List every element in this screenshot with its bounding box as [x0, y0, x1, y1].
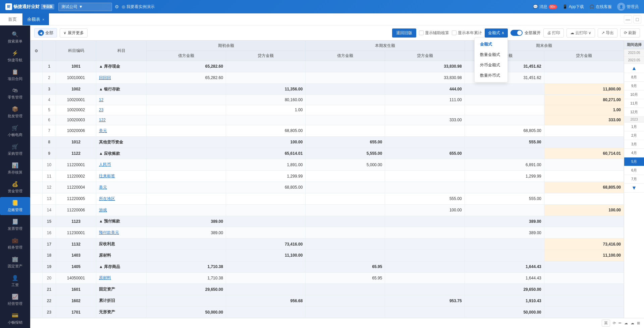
bottom-cloud2-icon[interactable]: ☁ — [631, 321, 634, 325]
mode-menu-item-amount[interactable]: 金额式 — [475, 39, 507, 50]
sidebar-item-project[interactable]: 📋 项目合同 — [0, 66, 30, 84]
expand-icon[interactable]: ▲ — [99, 87, 104, 91]
cell-name[interactable]: 美元 — [96, 182, 147, 193]
cell-name[interactable]: 预付款美元 — [96, 227, 147, 239]
sidebar-item-ecommerce[interactable]: 🛒 小畅电商 — [0, 122, 30, 140]
demo-link[interactable]: ◎ 我要看实例演示 — [122, 4, 155, 10]
sidebar-item-capital[interactable]: 💰 资金管理 — [0, 178, 30, 196]
account-name-link[interactable]: 12 — [99, 97, 103, 102]
account-name-link[interactable]: 122 — [99, 118, 106, 122]
account-name-link[interactable]: 美元 — [99, 185, 107, 190]
cell-name[interactable]: 所在地区 — [96, 193, 147, 204]
period-5[interactable]: 5月 — [624, 157, 644, 166]
period-8[interactable]: 8月 — [624, 73, 644, 82]
cell-name[interactable]: 回回回 — [96, 72, 147, 83]
account-name-link[interactable]: 回回回 — [99, 75, 111, 80]
period-9[interactable]: 9月 — [624, 82, 644, 90]
tab-home[interactable]: 首页 — [3, 13, 22, 25]
app-logo-icon: 财 — [5, 3, 12, 10]
sidebar-item-tax[interactable]: 💼 税务管理 — [0, 235, 30, 253]
table-row: 91122▲ 应收账款65,614.015,555.00655.0060,714… — [31, 148, 624, 159]
online-service-btn[interactable]: 🎧 在线客服 — [589, 4, 612, 10]
tab-maximize-btn[interactable]: □ — [633, 15, 641, 23]
all-filter-btn[interactable]: ◀ 全部 — [34, 28, 57, 38]
show-ytd-checkbox[interactable] — [452, 30, 457, 35]
account-name-link[interactable]: 所在地区 — [99, 196, 115, 201]
cloud-print-btn[interactable]: ☁ 云打印 ∨ — [567, 28, 595, 38]
export-btn[interactable]: ↗ 导出 — [598, 28, 618, 38]
cell-name[interactable]: 12 — [96, 95, 147, 105]
company-select[interactable]: 测试公司 ▼ — [58, 3, 112, 11]
account-name-link[interactable]: 预付款美元 — [99, 230, 119, 235]
gear-icon[interactable]: ⚙ — [115, 4, 119, 9]
app-download-btn[interactable]: 📱 App下载 — [562, 4, 584, 10]
sidebar-item-invoice[interactable]: 🧾 发票管理 — [0, 216, 30, 234]
closing-credit-header: 贷方金额 — [544, 51, 624, 61]
expand-icon[interactable]: ▲ — [99, 264, 104, 269]
cell-name[interactable]: 原材料 — [96, 272, 147, 284]
sidebar-item-quicknav[interactable]: ⚡ 快捷导航 — [0, 47, 30, 65]
tab-balance[interactable]: 余额表 × — [22, 13, 49, 25]
bottom-cloud-icon[interactable]: ☁ — [624, 321, 628, 325]
mode-dropdown-btn[interactable]: 金额式 ∧ — [485, 28, 508, 38]
cell-name[interactable]: 122 — [96, 115, 147, 125]
sidebar-item-operations[interactable]: 📈 经营管理 — [0, 291, 30, 309]
bottom-edit-icon[interactable]: ✏ — [619, 321, 622, 325]
period-7[interactable]: 7月 — [624, 175, 644, 184]
mode-menu-item-qty-amount[interactable]: 数量金额式 — [475, 50, 507, 60]
period-10[interactable]: 10月 — [624, 90, 644, 99]
lang-btn[interactable]: 英 — [602, 320, 610, 327]
period-down-btn[interactable]: ▼ — [624, 184, 644, 193]
expand-more-btn[interactable]: ∨ 展开更多 — [60, 28, 88, 38]
bottom-grid-icon[interactable]: ⊞ — [637, 321, 640, 325]
sidebar-item-retail[interactable]: 🛍 零售管理 — [0, 85, 30, 103]
period-1[interactable]: 1月 — [624, 123, 644, 131]
cell-name[interactable]: 游戏 — [96, 204, 147, 216]
sidebar-item-purchase[interactable]: 🛒 采购管理 — [0, 141, 30, 159]
expand-all-switch[interactable] — [511, 30, 523, 36]
user-menu[interactable]: 👤 管理员 — [617, 3, 639, 11]
account-name-link[interactable]: 23 — [99, 108, 103, 112]
tab-close-icon[interactable]: × — [42, 17, 44, 21]
cell-amount: 65.95 — [306, 272, 385, 284]
mode-menu-item-foreign-amount[interactable]: 外币金额式 — [475, 60, 507, 70]
back-period-btn[interactable]: 退回旧版 — [392, 28, 416, 38]
tab-minimize-btn[interactable]: — — [624, 15, 632, 23]
show-ytd-check[interactable]: 显示本年累计 — [452, 30, 482, 36]
account-name-link[interactable]: 人民币 — [99, 162, 111, 167]
sidebar-item-salary[interactable]: 👤 工资 — [0, 272, 30, 290]
show-subsidiary-check[interactable]: 显示辅助核算 — [419, 30, 449, 36]
refresh-btn[interactable]: ⟳ 刷新 — [620, 28, 640, 38]
expand-all-toggle[interactable]: 全部展开 — [511, 30, 541, 36]
period-6[interactable]: 6月 — [624, 166, 644, 175]
print-btn[interactable]: 🖨 打印 — [543, 28, 564, 38]
account-name-link[interactable]: 游戏 — [99, 208, 107, 212]
settings-col-header[interactable]: ⚙ — [31, 41, 43, 61]
period-11[interactable]: 11月 — [624, 99, 644, 108]
sidebar-item-fixedasset[interactable]: 🏢 固定资产 — [0, 253, 30, 271]
cell-name[interactable]: 人民币 — [96, 159, 147, 171]
message-btn[interactable]: 💬 消息 99+ — [533, 4, 557, 10]
bottom-refresh-icon[interactable]: ⟳ — [613, 321, 616, 325]
cell-name[interactable]: 美元 — [96, 125, 147, 137]
account-name-link[interactable]: 美元 — [99, 128, 107, 133]
sidebar-item-inventory[interactable]: 📊 库存核算 — [0, 159, 30, 178]
period-up-btn[interactable]: ▲ — [624, 64, 644, 73]
period-12[interactable]: 12月 — [624, 108, 644, 117]
sidebar-item-expense[interactable]: 💳 小畅报销 — [0, 310, 30, 328]
period-2[interactable]: 2月 — [624, 131, 644, 140]
account-name-link[interactable]: 往来标签 — [99, 174, 115, 178]
cell-name[interactable]: 往来标签 — [96, 171, 147, 182]
expand-icon[interactable]: ▲ — [99, 64, 104, 69]
sidebar-item-ledger[interactable]: 📒 总账管理 — [0, 197, 30, 215]
period-3[interactable]: 3月 — [624, 140, 644, 149]
account-name-link[interactable]: 原材料 — [99, 275, 111, 280]
sidebar-item-search[interactable]: 🔍 搜索菜单 — [0, 28, 30, 47]
cell-name[interactable]: 23 — [96, 105, 147, 115]
sidebar-item-wholesale[interactable]: 📦 批发管理 — [0, 103, 30, 121]
period-4[interactable]: 4月 — [624, 149, 644, 157]
show-subsidiary-checkbox[interactable] — [419, 30, 424, 35]
expand-icon[interactable]: ▲ — [99, 151, 104, 156]
mode-menu-item-qty-foreign[interactable]: 数量外币式 — [475, 70, 507, 81]
expand-icon[interactable]: ▲ — [99, 219, 104, 223]
